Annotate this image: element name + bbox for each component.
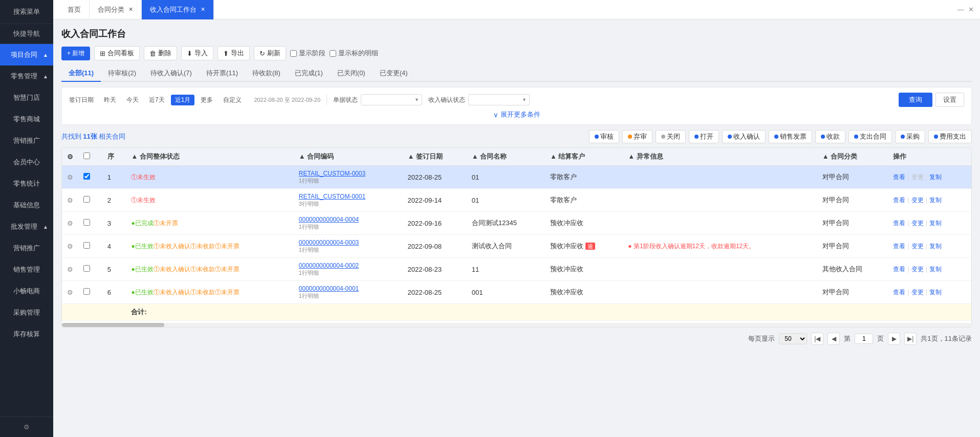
tab-收入合同工作台[interactable]: 收入合同工作台✕ [142, 0, 214, 19]
doc-status-select[interactable] [361, 94, 422, 105]
action-link-查看[interactable]: 查看 [893, 242, 905, 251]
gear-cell[interactable]: ⚙ [62, 212, 78, 235]
gear-cell[interactable]: ⚙ [62, 189, 78, 212]
action-link-复制[interactable]: 复制 [929, 288, 942, 297]
action-link-变更[interactable]: 变更 [911, 219, 924, 228]
sidebar-settings[interactable]: ⚙ [0, 417, 53, 437]
action-link-变更[interactable]: 变更 [911, 265, 924, 274]
sidebar-search[interactable]: 搜索菜单 [0, 0, 53, 24]
contract-code-link[interactable]: 0000000000004-0004 [299, 216, 359, 223]
status-tab-completed[interactable]: 已完成(1) [288, 65, 330, 82]
contract-code-link[interactable]: RETAIL_CUSTOM-0001 [299, 193, 365, 200]
gear-cell[interactable]: ⚙ [62, 166, 78, 189]
sidebar-item-零售管理[interactable]: 零售管理▲ [0, 65, 53, 87]
last-page-button[interactable]: ▶| [904, 333, 917, 345]
action-link-复制[interactable]: 复制 [929, 242, 942, 251]
status-tab-pending_invoice[interactable]: 待开票(11) [199, 65, 245, 82]
contract-code-link[interactable]: 0000000000004-0002 [299, 262, 359, 269]
date-btn-近7天[interactable]: 近7天 [145, 95, 169, 105]
kanban-button[interactable]: ⊞ 合同看板 [94, 46, 140, 60]
first-page-button[interactable]: |◀ [811, 333, 823, 345]
expand-filter-button[interactable]: ∨ 展开更多条件 [69, 110, 964, 119]
action-link-复制[interactable]: 复制 [929, 265, 942, 274]
show-detail-checkbox[interactable]: 显示标的明细 [330, 49, 378, 58]
minimize-icon[interactable]: — [957, 6, 964, 13]
date-btn-自定义[interactable]: 自定义 [219, 95, 246, 105]
action-link-变更[interactable]: 变更 [911, 242, 924, 251]
query-button[interactable]: 查询 [899, 93, 932, 107]
tab-合同分类[interactable]: 合同分类✕ [90, 0, 142, 19]
filter-set-button[interactable]: 设置 [935, 93, 964, 107]
action-btn-费用支出[interactable]: 费用支出 [928, 130, 972, 143]
action-link-变更[interactable]: 变更 [911, 196, 924, 205]
row-checkbox[interactable] [83, 196, 90, 203]
sidebar-item-批发管理[interactable]: 批发管理▲ [0, 216, 53, 237]
sidebar-item-库存核算[interactable]: 库存核算 [0, 323, 53, 345]
action-btn-打开[interactable]: 打开 [689, 130, 719, 143]
sidebar-item-采购管理[interactable]: 采购管理 [0, 302, 53, 323]
sidebar-item-基础信息[interactable]: 基础信息 [0, 194, 53, 216]
page-number-input[interactable] [855, 334, 873, 344]
sidebar-item-会员中心[interactable]: 会员中心 [0, 151, 53, 173]
status-tab-all[interactable]: 全部(11) [61, 65, 101, 82]
tab-close-icon[interactable]: ✕ [128, 6, 133, 13]
gear-cell[interactable]: ⚙ [62, 258, 78, 281]
sidebar-item-零售商城[interactable]: 零售商城 [0, 108, 53, 130]
sidebar-item-智慧门店[interactable]: 智慧门店 [0, 87, 53, 108]
date-btn-近1月[interactable]: 近1月 [171, 95, 195, 105]
action-btn-关闭[interactable]: 关闭 [656, 130, 686, 143]
action-btn-弃审[interactable]: 弃审 [622, 130, 652, 143]
prev-page-button[interactable]: ◀ [827, 333, 840, 345]
action-link-复制[interactable]: 复制 [929, 196, 942, 205]
action-btn-审核[interactable]: 审核 [589, 130, 619, 143]
action-link-复制[interactable]: 复制 [929, 173, 942, 182]
sidebar-item-销售管理[interactable]: 销售管理 [0, 259, 53, 280]
status-tab-pending_review[interactable]: 待审核(2) [101, 65, 143, 82]
action-link-复制[interactable]: 复制 [929, 219, 942, 228]
status-tab-closed[interactable]: 已关闭(0) [330, 65, 373, 82]
gear-cell[interactable]: ⚙ [62, 281, 78, 304]
row-checkbox[interactable] [83, 265, 90, 272]
status-tab-pending_confirm[interactable]: 待收入确认(7) [143, 65, 199, 82]
status-tab-pending_payment[interactable]: 待收款(8) [245, 65, 288, 82]
contract-code-link[interactable]: 0000000000004-0003 [299, 239, 359, 246]
action-link-查看[interactable]: 查看 [893, 196, 905, 205]
row-checkbox[interactable] [83, 288, 90, 295]
action-link-变更[interactable]: 变更 [911, 288, 924, 297]
import-button[interactable]: ⬇ 导入 [181, 46, 213, 60]
close-icon[interactable]: ✕ [968, 6, 974, 13]
gear-cell[interactable]: ⚙ [62, 235, 78, 258]
action-btn-收入确认[interactable]: 收入确认 [722, 130, 766, 143]
action-link-查看[interactable]: 查看 [893, 265, 905, 274]
select-all-checkbox[interactable] [83, 152, 90, 159]
action-btn-销售发票[interactable]: 销售发票 [769, 130, 812, 143]
row-checkbox[interactable] [83, 242, 90, 249]
income-confirm-select[interactable] [468, 94, 530, 105]
show-stage-checkbox[interactable]: 显示阶段 [290, 49, 325, 58]
horizontal-scrollbar[interactable] [62, 323, 971, 327]
action-link-查看[interactable]: 查看 [893, 173, 905, 182]
sidebar-item-营销推广[interactable]: 营销推广 [0, 237, 53, 259]
action-btn-采购[interactable]: 采购 [895, 130, 925, 143]
date-btn-昨天[interactable]: 昨天 [100, 95, 120, 105]
contract-code-link[interactable]: 0000000000004-0001 [299, 285, 359, 292]
sidebar-item-零售统计[interactable]: 零售统计 [0, 173, 53, 194]
contract-code-link[interactable]: RETAIL_CUSTOM-0003 [299, 170, 365, 177]
export-button[interactable]: ⬆ 导出 [217, 46, 250, 60]
action-link-查看[interactable]: 查看 [893, 219, 905, 228]
action-btn-收款[interactable]: 收款 [815, 130, 845, 143]
date-btn-今天[interactable]: 今天 [122, 95, 143, 105]
page-size-select[interactable]: 50 10 20 100 [779, 333, 807, 344]
row-checkbox[interactable] [83, 173, 90, 180]
status-tab-changed[interactable]: 已变更(4) [373, 65, 415, 82]
sidebar-item-营销推广[interactable]: 营销推广 [0, 130, 53, 151]
gear-col-header[interactable]: ⚙ [62, 148, 78, 166]
action-link-查看[interactable]: 查看 [893, 288, 905, 297]
date-btn-更多[interactable]: 更多 [197, 95, 217, 105]
sidebar-item-小畅电商[interactable]: 小畅电商 [0, 280, 53, 302]
action-btn-支出合同[interactable]: 支出合同 [848, 130, 892, 143]
new-button[interactable]: + 新增 [61, 47, 90, 60]
tab-close-icon[interactable]: ✕ [201, 6, 205, 13]
tab-首页[interactable]: 首页 [59, 0, 90, 19]
next-page-button[interactable]: ▶ [888, 333, 900, 345]
